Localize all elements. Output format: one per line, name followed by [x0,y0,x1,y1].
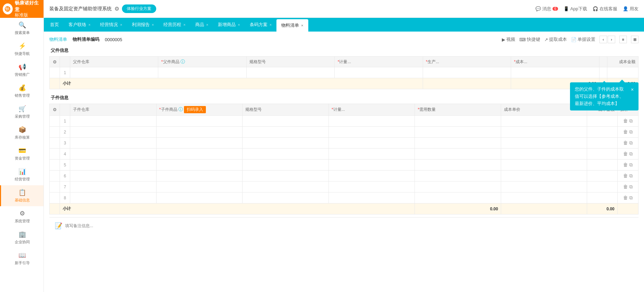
tab-barcode[interactable]: 条码方案 × [245,18,276,32]
child-qty-7[interactable] [418,184,498,189]
child-product-6[interactable] [159,173,240,178]
child-spec-3[interactable] [245,140,326,145]
child-warehouse-8[interactable] [73,195,153,200]
child-row2-product[interactable] [156,127,243,138]
menu-button[interactable]: ≡ [619,36,627,43]
child-row7-unit-cost[interactable] [501,182,587,192]
child-row5-qty[interactable] [415,160,501,171]
single-settings-action[interactable]: 📄 单据设置 [571,36,595,43]
shortcut-action[interactable]: ⌨ 快捷键 [519,36,540,43]
tab-customer-close[interactable]: × [88,23,90,27]
next-arrow[interactable]: › [608,36,615,43]
child-qty-6[interactable] [418,173,498,178]
sidebar-item-sales[interactable]: 💰 销售管理 [0,81,44,102]
child-row2-qty[interactable] [415,127,501,138]
copy-icon-3[interactable]: ⧉ [629,140,633,146]
child-row7-product[interactable] [156,182,243,192]
tooltip-close-btn[interactable]: × [631,86,634,93]
tab-history-close[interactable]: × [183,23,185,27]
parent-row1-production[interactable] [423,67,511,78]
child-qty-5[interactable] [418,162,498,167]
child-row4-unit-cost[interactable] [501,149,587,160]
child-unit-cost-6[interactable] [504,173,584,178]
child-product-8[interactable] [159,195,240,200]
child-row1-unit-cost[interactable] [501,116,587,127]
child-row6-product[interactable] [156,171,243,182]
parent-row1-warehouse[interactable] [70,67,158,78]
copy-icon-7[interactable]: ⧉ [629,184,633,190]
child-row4-product[interactable] [156,149,243,160]
child-row4-unit[interactable] [329,149,415,160]
tab-customer[interactable]: 客户联络 × [64,18,95,32]
child-warehouse-2[interactable] [73,129,153,135]
delete-icon-2[interactable]: 🗑 [623,129,628,135]
prev-arrow[interactable]: ‹ [599,36,607,43]
tab-barcode-close[interactable]: × [270,23,272,27]
sidebar-item-marketing[interactable]: 📢 营销推广 [0,60,44,81]
child-row2-spec[interactable] [243,127,329,138]
child-qty-2[interactable] [418,129,498,135]
parent-row1-product[interactable] [158,67,246,78]
child-spec-4[interactable] [245,151,326,156]
tab-profit-close[interactable]: × [152,23,154,27]
child-unit-8[interactable] [332,195,412,200]
child-warehouse-4[interactable] [73,151,153,156]
child-unit-5[interactable] [332,162,412,167]
child-product-1[interactable] [159,118,240,124]
child-row1-qty[interactable] [415,116,501,127]
app-download-area[interactable]: 📱 App下载 [564,6,587,12]
parent-production-input[interactable] [426,70,508,75]
child-unit-cost-2[interactable] [504,129,584,135]
child-spec-2[interactable] [245,129,326,135]
delete-icon-4[interactable]: 🗑 [623,151,628,157]
sidebar-item-purchase[interactable]: 🛒 采购管理 [0,102,44,122]
child-spec-6[interactable] [245,173,326,178]
parent-row1-cost[interactable] [511,67,599,78]
child-row3-unit-cost[interactable] [501,138,587,149]
child-warehouse-1[interactable] [73,118,153,124]
child-row5-spec[interactable] [243,160,329,171]
child-warehouse-3[interactable] [73,140,153,145]
child-unit-cost-5[interactable] [504,162,584,167]
child-row3-qty[interactable] [415,138,501,149]
sidebar-item-inventory[interactable]: 📦 库存核算 [0,122,44,143]
scan-button[interactable]: 扫码录入 [184,106,206,113]
parent-row1-spec[interactable] [246,67,334,78]
sidebar-item-enterprise[interactable]: 🏢 企业协同 [0,227,44,248]
sidebar-item-guide[interactable]: 📖 新手引导 [0,248,44,269]
child-unit-cost-4[interactable] [504,151,584,156]
parent-product-input[interactable] [161,70,243,75]
child-warehouse-7[interactable] [73,184,153,189]
child-unit-3[interactable] [332,140,412,145]
parent-cost-input[interactable] [514,70,596,75]
gear-button[interactable]: ⚙ [114,5,119,12]
child-qty-4[interactable] [418,151,498,156]
extract-cost-action[interactable]: ↗ 提取成本 [544,36,567,43]
child-row2-unit[interactable] [329,127,415,138]
tab-operation-status[interactable]: 经营情况 × [95,18,127,32]
child-product-7[interactable] [159,184,240,189]
child-row5-product[interactable] [156,160,243,171]
child-row7-unit[interactable] [329,182,415,192]
delete-icon-5[interactable]: 🗑 [623,162,628,168]
child-row4-spec[interactable] [243,149,329,160]
child-row8-product[interactable] [156,192,243,203]
child-unit-cost-1[interactable] [504,118,584,124]
note-input[interactable] [65,223,633,228]
parent-unit-input[interactable] [337,70,420,75]
copy-icon-8[interactable]: ⧉ [629,195,633,201]
tab-product-close[interactable]: × [206,23,208,27]
sidebar-item-search[interactable]: 🔍 搜索菜单 [0,18,44,39]
view-action[interactable]: ▶ 视频 [502,36,515,43]
child-product-4[interactable] [159,151,240,156]
breadcrumb-link[interactable]: 物料清单 [49,36,67,43]
child-row6-unit[interactable] [329,171,415,182]
child-product-2[interactable] [159,129,240,135]
tab-history[interactable]: 经营历程 × [159,18,190,32]
delete-icon-3[interactable]: 🗑 [623,140,628,146]
child-qty-1[interactable] [418,118,498,124]
tab-new-product-close[interactable]: × [238,23,240,27]
child-row1-unit[interactable] [329,116,415,127]
child-unit-cost-7[interactable] [504,184,584,189]
child-row5-warehouse[interactable] [70,160,157,171]
